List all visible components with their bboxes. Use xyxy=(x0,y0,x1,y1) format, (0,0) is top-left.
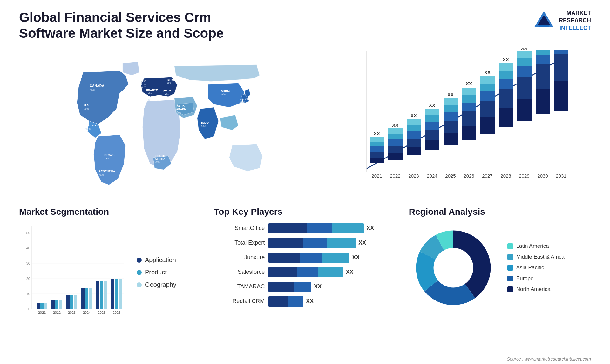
svg-text:2029: 2029 xyxy=(519,173,529,179)
player-bar xyxy=(268,296,303,307)
svg-rect-55 xyxy=(407,131,421,139)
svg-rect-134 xyxy=(66,295,70,309)
svg-text:XX: XX xyxy=(503,57,509,62)
svg-text:xx%: xx% xyxy=(104,157,110,160)
svg-text:20: 20 xyxy=(26,277,30,280)
svg-rect-143 xyxy=(100,281,103,309)
page-container: Global Financial Services Crm Software M… xyxy=(0,0,610,364)
svg-text:10: 10 xyxy=(26,292,30,296)
reg-legend-asia: Asia Pacific xyxy=(507,265,565,271)
reg-legend-europe: Europe xyxy=(507,275,565,282)
logo-text: MARKET RESEARCH INTELLECT xyxy=(559,10,591,32)
svg-rect-131 xyxy=(55,300,58,309)
svg-rect-105 xyxy=(536,50,550,55)
legend-geography: Geography xyxy=(137,281,176,288)
svg-rect-99 xyxy=(517,51,532,58)
svg-text:xx%: xx% xyxy=(163,92,169,96)
svg-text:GERMANY: GERMANY xyxy=(167,78,181,81)
svg-rect-85 xyxy=(480,76,495,84)
svg-text:50: 50 xyxy=(26,231,30,235)
svg-rect-127 xyxy=(40,303,44,309)
svg-text:2026: 2026 xyxy=(464,173,474,179)
svg-rect-57 xyxy=(407,119,421,125)
svg-rect-142 xyxy=(96,281,99,309)
svg-rect-81 xyxy=(480,117,495,134)
svg-text:2022: 2022 xyxy=(53,311,61,314)
player-xx: XX xyxy=(306,298,314,305)
svg-rect-148 xyxy=(119,279,122,309)
svg-text:xx%: xx% xyxy=(176,111,182,114)
svg-text:INDIA: INDIA xyxy=(201,120,209,124)
reg-dot-asia xyxy=(507,265,513,271)
reg-dot-mea xyxy=(507,254,513,260)
player-bar xyxy=(268,253,349,263)
svg-text:xx%: xx% xyxy=(99,173,104,176)
bar-chart-container: XX 2021 XX 2022 XX 2023 xyxy=(339,48,591,194)
svg-text:xx%: xx% xyxy=(90,88,96,91)
regional-section: Regional Analysis xyxy=(409,207,591,322)
svg-rect-76 xyxy=(462,103,476,111)
svg-rect-97 xyxy=(517,66,532,77)
svg-text:0: 0 xyxy=(28,307,30,311)
reg-dot-europe xyxy=(507,276,513,281)
header: Global Financial Services Crm Software M… xyxy=(19,10,591,42)
svg-text:SAUDI: SAUDI xyxy=(177,105,185,108)
key-players-title: Top Key Players xyxy=(214,207,396,217)
player-bar xyxy=(268,282,311,292)
top-section: CANADA xx% U.S. xx% MEXICO xx% BRAZIL xx… xyxy=(19,48,591,194)
svg-rect-90 xyxy=(499,79,513,89)
svg-text:2025: 2025 xyxy=(445,173,456,179)
svg-rect-104 xyxy=(536,55,550,64)
svg-text:2021: 2021 xyxy=(38,311,46,314)
player-row-junxure: Junxure XX xyxy=(214,253,396,263)
svg-text:ARGENTINA: ARGENTINA xyxy=(99,170,115,173)
reg-legend-latin-america: Latin America xyxy=(507,243,565,249)
svg-text:U.S.: U.S. xyxy=(84,103,90,107)
svg-rect-77 xyxy=(462,95,476,103)
svg-rect-68 xyxy=(444,121,458,133)
svg-rect-126 xyxy=(37,303,40,309)
legend-dot-geography xyxy=(137,282,142,287)
svg-text:xx%: xx% xyxy=(84,107,90,110)
svg-text:2025: 2025 xyxy=(98,311,105,314)
svg-text:XX: XX xyxy=(429,103,435,108)
svg-text:XX: XX xyxy=(558,48,564,49)
svg-rect-50 xyxy=(388,128,403,134)
players-list: SmartOffice XX Total Expert xyxy=(214,223,396,307)
svg-text:xx%: xx% xyxy=(155,160,160,164)
svg-rect-91 xyxy=(499,71,513,79)
svg-rect-98 xyxy=(517,58,532,66)
svg-text:XX: XX xyxy=(374,131,380,136)
player-row-totalexpert: Total Expert XX xyxy=(214,238,396,248)
map-container: CANADA xx% U.S. xx% MEXICO xx% BRAZIL xx… xyxy=(19,48,327,194)
svg-rect-54 xyxy=(407,139,421,147)
logo-icon xyxy=(533,10,555,32)
svg-rect-74 xyxy=(462,126,476,140)
svg-rect-69 xyxy=(444,112,458,121)
segmentation-section: Market Segmentation 0 10 20 30 40 xyxy=(19,207,201,322)
svg-text:BRAZIL: BRAZIL xyxy=(104,153,115,157)
svg-rect-63 xyxy=(425,115,439,122)
svg-rect-128 xyxy=(44,303,47,309)
page-title: Global Financial Services Crm Software M… xyxy=(19,10,241,42)
svg-text:xx%: xx% xyxy=(141,83,146,86)
player-row-tamarac: TAMARAC XX xyxy=(214,282,396,292)
svg-rect-46 xyxy=(388,153,403,160)
legend-application: Application xyxy=(137,256,176,264)
svg-text:ARABIA: ARABIA xyxy=(176,108,187,111)
player-name: Salesforce xyxy=(214,269,265,275)
svg-text:2024: 2024 xyxy=(83,311,91,314)
player-bar-wrap: XX xyxy=(268,282,396,292)
bottom-section: Market Segmentation 0 10 20 30 40 xyxy=(19,207,591,322)
svg-rect-146 xyxy=(111,279,114,309)
svg-rect-67 xyxy=(444,133,458,145)
svg-text:AFRICA: AFRICA xyxy=(155,157,165,160)
svg-text:2030: 2030 xyxy=(537,173,548,179)
svg-rect-75 xyxy=(462,111,476,126)
svg-text:xx%: xx% xyxy=(240,100,246,103)
regional-content: Latin America Middle East & Africa Asia … xyxy=(409,223,591,312)
svg-text:xx%: xx% xyxy=(146,91,152,95)
svg-rect-42 xyxy=(370,142,384,146)
svg-text:2031: 2031 xyxy=(556,173,566,179)
svg-text:CHINA: CHINA xyxy=(220,89,230,93)
